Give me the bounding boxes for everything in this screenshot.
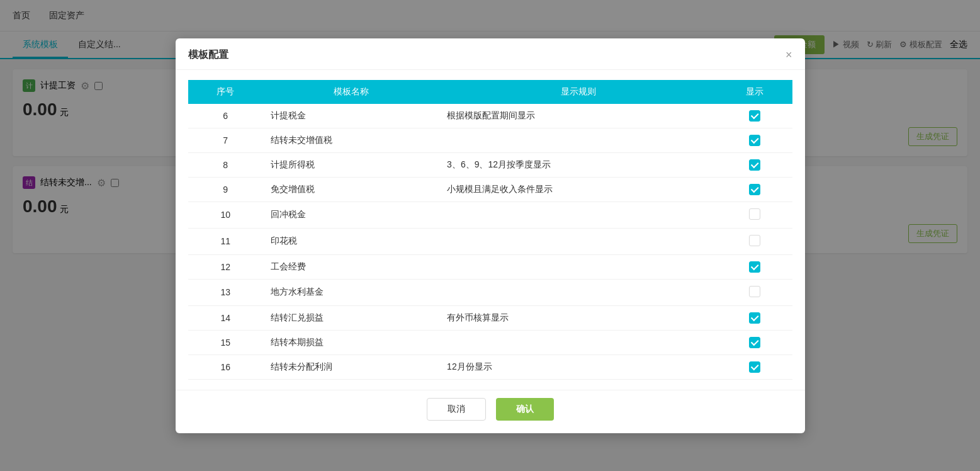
table-header: 序号 模板名称 显示规则 显示 bbox=[188, 80, 792, 104]
table-row: 16结转未分配利润12月份显示 bbox=[188, 355, 792, 379]
cell-seq: 11 bbox=[188, 228, 263, 254]
cell-checkbox bbox=[717, 279, 792, 305]
cell-name: 免交增值税 bbox=[263, 177, 439, 201]
cell-seq: 10 bbox=[188, 201, 263, 228]
modal-footer: 取消 确认 bbox=[176, 390, 805, 433]
cancel-button[interactable]: 取消 bbox=[427, 398, 486, 421]
cell-seq: 7 bbox=[188, 128, 263, 152]
modal-body: 序号 模板名称 显示规则 显示 6计提税金根据模版配置期间显示7结转未交增值税8… bbox=[176, 70, 805, 390]
table-row: 10回冲税金 bbox=[188, 201, 792, 228]
table-row: 12工会经费 bbox=[188, 254, 792, 279]
table-row: 15结转本期损益 bbox=[188, 330, 792, 355]
checkbox-row-1[interactable] bbox=[749, 135, 760, 146]
checkbox-row-0[interactable] bbox=[749, 110, 760, 122]
cell-seq: 12 bbox=[188, 254, 263, 279]
checkbox-row-4[interactable] bbox=[749, 208, 760, 220]
cell-rule bbox=[439, 254, 717, 279]
cell-name: 回冲税金 bbox=[263, 201, 439, 228]
cell-rule: 3、6、9、12月按季度显示 bbox=[439, 152, 717, 177]
confirm-button[interactable]: 确认 bbox=[496, 398, 554, 421]
checkbox-row-6[interactable] bbox=[749, 261, 760, 273]
table-row: 6计提税金根据模版配置期间显示 bbox=[188, 104, 792, 128]
cell-rule: 根据模版配置期间显示 bbox=[439, 104, 717, 128]
table-scroll-wrapper[interactable]: 序号 模板名称 显示规则 显示 6计提税金根据模版配置期间显示7结转未交增值税8… bbox=[188, 80, 792, 380]
cell-checkbox bbox=[717, 201, 792, 228]
modal-title: 模板配置 bbox=[188, 48, 228, 62]
cell-name: 结转汇兑损益 bbox=[263, 305, 439, 330]
checkbox-row-8[interactable] bbox=[749, 312, 760, 324]
cell-name: 结转未分配利润 bbox=[263, 355, 439, 379]
cell-rule bbox=[439, 201, 717, 228]
checkbox-row-5[interactable] bbox=[749, 235, 760, 246]
cell-name: 工会经费 bbox=[263, 254, 439, 279]
cell-seq: 16 bbox=[188, 355, 263, 379]
cell-seq: 9 bbox=[188, 177, 263, 201]
cell-seq: 6 bbox=[188, 104, 263, 128]
cell-checkbox bbox=[717, 330, 792, 355]
checkbox-row-9[interactable] bbox=[749, 337, 760, 348]
cell-name: 印花税 bbox=[263, 228, 439, 254]
config-table: 序号 模板名称 显示规则 显示 6计提税金根据模版配置期间显示7结转未交增值税8… bbox=[188, 80, 792, 380]
cell-rule: 有外币核算显示 bbox=[439, 305, 717, 330]
cell-checkbox bbox=[717, 254, 792, 279]
cell-rule bbox=[439, 228, 717, 254]
checkbox-row-10[interactable] bbox=[749, 361, 760, 373]
table-row: 14结转汇兑损益有外币核算显示 bbox=[188, 305, 792, 330]
modal-template-config: 模板配置 × 序号 模板名称 显示规则 显示 6计提税金根据模版配置期间显 bbox=[176, 38, 805, 433]
cell-name: 计提所得税 bbox=[263, 152, 439, 177]
cell-seq: 13 bbox=[188, 279, 263, 305]
cell-checkbox bbox=[717, 355, 792, 379]
table-row: 8计提所得税3、6、9、12月按季度显示 bbox=[188, 152, 792, 177]
cell-checkbox bbox=[717, 104, 792, 128]
cell-seq: 15 bbox=[188, 330, 263, 355]
cell-name: 结转本期损益 bbox=[263, 330, 439, 355]
cell-rule bbox=[439, 330, 717, 355]
cell-checkbox bbox=[717, 152, 792, 177]
cell-name: 计提税金 bbox=[263, 104, 439, 128]
cell-checkbox bbox=[717, 128, 792, 152]
col-header-seq: 序号 bbox=[188, 80, 263, 104]
cell-checkbox bbox=[717, 228, 792, 254]
table-row: 7结转未交增值税 bbox=[188, 128, 792, 152]
cell-name: 地方水利基金 bbox=[263, 279, 439, 305]
cell-rule: 12月份显示 bbox=[439, 355, 717, 379]
cell-seq: 14 bbox=[188, 305, 263, 330]
table-row: 9免交增值税小规模且满足收入条件显示 bbox=[188, 177, 792, 201]
table-row: 13地方水利基金 bbox=[188, 279, 792, 305]
modal-close-button[interactable]: × bbox=[786, 49, 792, 60]
col-header-display: 显示 bbox=[717, 80, 792, 104]
cell-seq: 8 bbox=[188, 152, 263, 177]
checkbox-row-7[interactable] bbox=[749, 286, 760, 297]
checkbox-row-3[interactable] bbox=[749, 184, 760, 195]
cell-rule bbox=[439, 279, 717, 305]
col-header-rule: 显示规则 bbox=[439, 80, 717, 104]
modal-overlay: 模板配置 × 序号 模板名称 显示规则 显示 6计提税金根据模版配置期间显 bbox=[0, 0, 980, 471]
col-header-name: 模板名称 bbox=[263, 80, 439, 104]
cell-checkbox bbox=[717, 177, 792, 201]
table-body: 6计提税金根据模版配置期间显示7结转未交增值税8计提所得税3、6、9、12月按季… bbox=[188, 104, 792, 380]
cell-name: 结转未交增值税 bbox=[263, 128, 439, 152]
cell-rule: 小规模且满足收入条件显示 bbox=[439, 177, 717, 201]
cell-checkbox bbox=[717, 305, 792, 330]
cell-rule bbox=[439, 128, 717, 152]
table-row: 11印花税 bbox=[188, 228, 792, 254]
modal-header: 模板配置 × bbox=[176, 38, 805, 70]
checkbox-row-2[interactable] bbox=[749, 159, 760, 171]
